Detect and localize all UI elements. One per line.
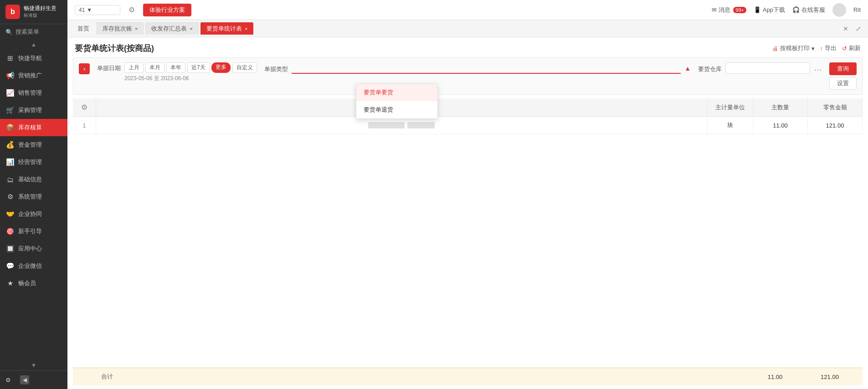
row-goods — [96, 117, 708, 134]
tab-expand-button[interactable]: ⤢ — [853, 24, 863, 34]
sidebar-item-sales[interactable]: 📈 销售管理 — [0, 84, 67, 102]
purchase-icon: 🛒 — [5, 106, 15, 114]
sidebar-item-inventory[interactable]: 📦 库存核算 — [0, 119, 67, 136]
filter-type-input[interactable] — [292, 62, 681, 74]
gear-icon[interactable]: ⚙ — [81, 103, 87, 111]
sidebar-item-apps[interactable]: 🔲 应用中心 — [0, 240, 67, 257]
app-download-label: App下载 — [763, 6, 785, 14]
sidebar-scroll-down[interactable]: ▼ — [0, 360, 67, 370]
tab-batch-account-close[interactable]: × — [135, 26, 138, 31]
enterprise-icon: 🤝 — [5, 210, 15, 218]
sidebar-item-quick-nav[interactable]: ⊞ 快捷导航 — [0, 50, 67, 67]
tab-home[interactable]: 首页 — [72, 23, 95, 35]
page-content: 要货单统计表(按商品) 🖨 按模板打印 ▾ ↑ 导出 ↺ 刷新 › — [67, 37, 868, 389]
dropdown-item-return-goods[interactable]: 要货单退货 — [356, 101, 437, 118]
filter-warehouse-input[interactable] — [725, 62, 810, 74]
table-container: ⚙ 商品 主计量单位 主数量 零售金额 1 — [73, 98, 863, 368]
tab-receive-summary-label: 收发存汇总表 — [151, 25, 187, 33]
settings-icon[interactable]: ⚙ — [5, 377, 11, 384]
filter-warehouse-label: 要货仓库 — [698, 65, 722, 73]
filter-warehouse-group: 要货仓库 … — [698, 62, 822, 74]
sidebar-item-label: 经营管理 — [18, 158, 42, 166]
col-gear: ⚙ — [73, 98, 96, 117]
date-custom-button[interactable]: 自定义 — [232, 62, 257, 73]
sidebar-item-operations[interactable]: 📊 经营管理 — [0, 154, 67, 171]
dropdown-item-require-goods[interactable]: 要货单要货 — [356, 84, 437, 101]
goods-placeholder — [102, 122, 702, 128]
filter-actions: 查询 设置 — [829, 62, 857, 90]
guide-icon: 🎯 — [5, 227, 15, 235]
sidebar-item-label: 企业微信 — [18, 262, 42, 270]
company-value: 41 — [79, 7, 85, 13]
tab-batch-account[interactable]: 库存批次账 × — [97, 22, 144, 35]
filter-expand-button[interactable]: › — [79, 63, 90, 74]
settings-button[interactable]: 设置 — [829, 77, 857, 90]
query-button[interactable]: 查询 — [829, 62, 857, 75]
page-header-actions: 🖨 按模板打印 ▾ ↑ 导出 ↺ 刷新 — [772, 44, 861, 52]
messages-action[interactable]: ✉ 消息 99+ — [712, 6, 746, 14]
table-footer: 合计 11.00 121.00 — [73, 368, 863, 385]
sidebar-item-purchase[interactable]: 🛒 采购管理 — [0, 102, 67, 119]
topbar-gear-icon[interactable]: ⚙ — [126, 4, 138, 16]
tab-close-all-button[interactable]: ✕ — [841, 24, 851, 34]
row-qty: 11.00 — [753, 117, 808, 134]
date-btn-7days[interactable]: 近7天 — [187, 62, 210, 73]
quick-nav-icon: ⊞ — [5, 54, 15, 62]
footer-qty: 11.00 — [748, 374, 802, 380]
sidebar-item-enterprise[interactable]: 🤝 企业协同 — [0, 205, 67, 223]
operations-icon: 📊 — [5, 158, 15, 166]
refresh-label: 刷新 — [849, 44, 861, 52]
print-button[interactable]: 🖨 按模板打印 ▾ — [772, 44, 815, 52]
tab-receive-summary-close[interactable]: × — [190, 26, 192, 31]
filter-date-group: 单据日期 上月 本月 本年 近7天 更多 自定义 2023-05-06 至 20… — [97, 62, 257, 82]
table-row: 1 块 11.00 121.00 — [73, 117, 863, 134]
page-title: 要货单统计表(按商品) — [75, 43, 154, 54]
row-number: 1 — [73, 117, 96, 134]
topbar: 41 ▼ ⚙ 体验行业方案 ✉ 消息 99+ 📱 App下载 🎧 在线客服 Ri… — [67, 0, 868, 20]
sidebar-item-label: 采购管理 — [18, 106, 42, 114]
user-avatar[interactable] — [832, 3, 846, 17]
sidebar-item-wechat[interactable]: 💬 企业微信 — [0, 257, 67, 275]
messages-badge: 99+ — [733, 7, 746, 13]
tab-order-stats-close[interactable]: × — [245, 26, 247, 31]
sidebar-item-member[interactable]: ★ 畅会员 — [0, 275, 67, 292]
sidebar-scroll-up[interactable]: ▲ — [0, 40, 67, 50]
filter-type-arrow-icon[interactable]: ▲ — [684, 65, 691, 72]
sidebar-collapse-button[interactable]: ◀ — [20, 375, 29, 384]
search-label: 搜索菜单 — [15, 28, 39, 36]
sidebar-item-label: 营销推广 — [18, 72, 42, 80]
tab-receive-summary[interactable]: 收发存汇总表 × — [145, 22, 198, 35]
company-selector[interactable]: 41 ▼ — [75, 5, 120, 15]
page-header: 要货单统计表(按商品) 🖨 按模板打印 ▾ ↑ 导出 ↺ 刷新 — [67, 37, 868, 57]
filter-more-button[interactable]: … — [814, 63, 822, 73]
export-button[interactable]: ↑ 导出 — [820, 44, 837, 52]
print-chevron-icon: ▾ — [812, 45, 815, 52]
sidebar-item-label: 企业协同 — [18, 210, 42, 218]
date-btn-this-year[interactable]: 本年 — [166, 62, 185, 73]
sidebar-item-finance[interactable]: 💰 资金管理 — [0, 136, 67, 154]
filter-date-label: 单据日期 — [97, 64, 121, 72]
sidebar-item-system[interactable]: ⚙ 系统管理 — [0, 188, 67, 205]
col-unit-header: 主计量单位 — [708, 98, 753, 117]
search-menu[interactable]: 🔍 搜索菜单 — [0, 24, 67, 40]
online-service-action[interactable]: 🎧 在线客服 — [792, 6, 825, 14]
chevron-down-icon: ▼ — [87, 7, 92, 13]
sidebar-item-marketing[interactable]: 📢 营销推广 — [0, 67, 67, 84]
tabbar: 首页 库存批次账 × 收发存汇总表 × 要货单统计表 × ✕ ⤢ — [67, 20, 868, 37]
member-icon: ★ — [5, 279, 15, 287]
sidebar-item-guide[interactable]: 🎯 新手引导 — [0, 223, 67, 240]
print-icon: 🖨 — [772, 45, 778, 52]
logo-title: 畅捷通好生意 — [24, 5, 56, 12]
tab-order-stats[interactable]: 要货单统计表 × — [200, 22, 253, 35]
app-download-action[interactable]: 📱 App下载 — [754, 6, 785, 14]
logo-subtitle: 标准版 — [24, 12, 56, 19]
sidebar-item-label: 快捷导航 — [18, 54, 42, 62]
refresh-button[interactable]: ↺ 刷新 — [842, 44, 861, 52]
date-btn-this-month[interactable]: 本月 — [145, 62, 164, 73]
date-more-badge[interactable]: 更多 — [211, 62, 231, 73]
filter-type-group: 单据类型 ▲ — [264, 62, 691, 74]
date-btn-last-month[interactable]: 上月 — [124, 62, 144, 73]
sidebar-item-label: 库存核算 — [18, 123, 42, 132]
trial-button[interactable]: 体验行业方案 — [143, 4, 191, 16]
sidebar-item-base[interactable]: 🗂 基础信息 — [0, 171, 67, 188]
